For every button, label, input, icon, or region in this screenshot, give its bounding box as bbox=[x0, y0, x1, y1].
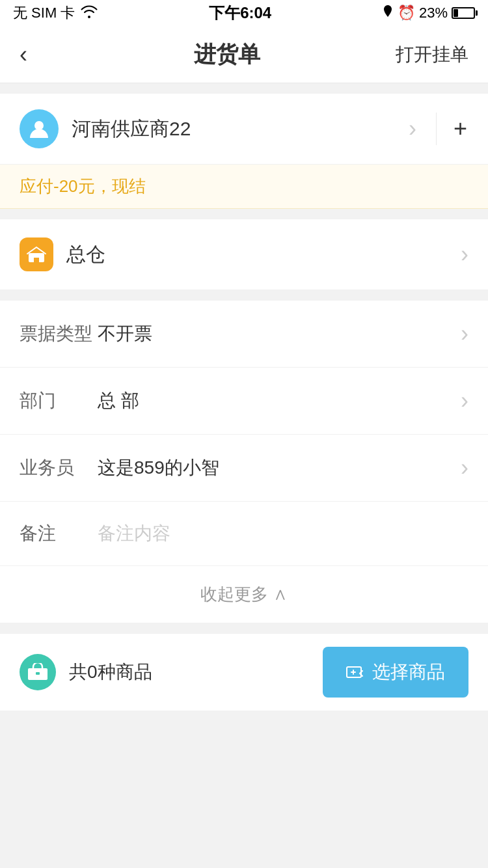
back-button[interactable]: ‹ bbox=[20, 41, 59, 68]
gap-1 bbox=[0, 83, 488, 94]
department-value: 总 部 bbox=[98, 388, 461, 413]
no-sim-text: 无 SIM 卡 bbox=[13, 3, 75, 23]
bottom-bar: 共0种商品 选择商品 bbox=[0, 633, 488, 711]
gap-3 bbox=[0, 290, 488, 301]
salesperson-row[interactable]: 业务员 这是859的小智 bbox=[0, 435, 488, 502]
status-bar: 无 SIM 卡 下午6:04 ⏰ 23% bbox=[0, 0, 488, 26]
page-title: 进货单 bbox=[194, 40, 260, 70]
collapse-button[interactable]: 收起更多 ∧ bbox=[0, 566, 488, 623]
department-label: 部门 bbox=[20, 388, 98, 413]
supplier-name: 河南供应商22 bbox=[72, 116, 409, 142]
warehouse-row[interactable]: 总仓 bbox=[0, 219, 488, 290]
status-left: 无 SIM 卡 bbox=[13, 3, 98, 23]
open-pending-button[interactable]: 打开挂单 bbox=[396, 42, 468, 67]
gap-2 bbox=[0, 209, 488, 219]
salesperson-label: 业务员 bbox=[20, 455, 98, 480]
alarm-icon: ⏰ bbox=[398, 5, 415, 21]
invoice-type-label: 票据类型 bbox=[20, 321, 98, 346]
salesperson-arrow-icon bbox=[461, 454, 468, 481]
select-product-label: 选择商品 bbox=[372, 660, 445, 685]
warehouse-icon bbox=[20, 237, 53, 271]
battery-icon bbox=[452, 7, 475, 19]
collapse-label: 收起更多 ∧ bbox=[200, 583, 287, 606]
remark-label: 备注 bbox=[20, 521, 98, 546]
remark-row[interactable]: 备注 备注内容 bbox=[0, 502, 488, 566]
product-icon bbox=[20, 654, 56, 690]
supplier-row[interactable]: 河南供应商22 + bbox=[0, 94, 488, 165]
warehouse-name: 总仓 bbox=[66, 241, 461, 268]
department-row[interactable]: 部门 总 部 bbox=[0, 368, 488, 435]
supplier-arrow-icon bbox=[409, 115, 416, 142]
invoice-type-row[interactable]: 票据类型 不开票 bbox=[0, 301, 488, 368]
wifi-icon bbox=[80, 4, 98, 22]
svg-rect-2 bbox=[34, 258, 39, 262]
warehouse-section: 总仓 bbox=[0, 219, 488, 290]
notice-bar: 应付-20元，现结 bbox=[0, 165, 488, 209]
battery-text: 23% bbox=[419, 5, 448, 21]
warehouse-arrow-icon bbox=[461, 241, 468, 268]
svg-rect-4 bbox=[36, 672, 40, 675]
product-count-label: 共0种商品 bbox=[69, 660, 323, 685]
supplier-section: 河南供应商22 + 应付-20元，现结 bbox=[0, 94, 488, 209]
form-section: 票据类型 不开票 部门 总 部 业务员 这是859的小智 备注 备注内容 收起更… bbox=[0, 301, 488, 623]
salesperson-value: 这是859的小智 bbox=[98, 455, 461, 480]
invoice-type-arrow-icon bbox=[461, 320, 468, 347]
remark-placeholder: 备注内容 bbox=[98, 521, 468, 546]
notice-text: 应付-20元，现结 bbox=[20, 176, 146, 196]
nav-bar: ‹ 进货单 打开挂单 bbox=[0, 26, 488, 83]
add-supplier-button[interactable]: + bbox=[436, 113, 468, 145]
status-right: ⏰ 23% bbox=[382, 5, 475, 21]
supplier-avatar bbox=[20, 109, 59, 148]
invoice-type-value: 不开票 bbox=[98, 321, 461, 346]
select-product-button[interactable]: 选择商品 bbox=[323, 647, 468, 698]
status-time: 下午6:04 bbox=[209, 3, 271, 23]
location-icon bbox=[382, 5, 394, 21]
department-arrow-icon bbox=[461, 387, 468, 414]
svg-point-0 bbox=[34, 121, 44, 130]
